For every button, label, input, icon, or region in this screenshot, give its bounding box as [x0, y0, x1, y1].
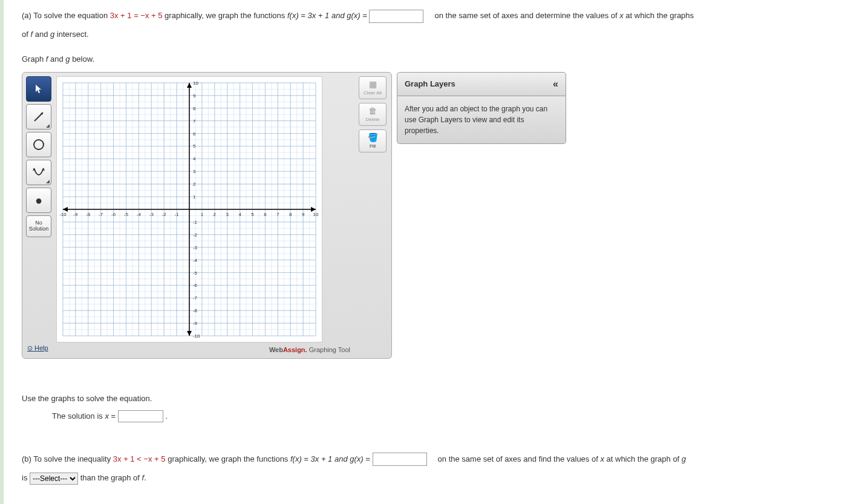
- expand-icon: [46, 124, 50, 128]
- svg-text:-9: -9: [73, 212, 78, 217]
- svg-text:4: 4: [238, 212, 241, 217]
- svg-text:2: 2: [214, 212, 217, 217]
- graph-canvas[interactable]: -10-9-8-7-6-5-4-3-2-112345678910-10-9-8-…: [56, 76, 322, 342]
- point-tool[interactable]: ●: [26, 188, 51, 213]
- svg-text:7: 7: [276, 212, 279, 217]
- help-link[interactable]: Help: [26, 342, 53, 355]
- svg-text:6: 6: [193, 131, 196, 136]
- gx-input-b[interactable]: [373, 453, 427, 466]
- gx-input-a[interactable]: [369, 10, 423, 23]
- collapse-layers-button[interactable]: «: [553, 79, 558, 90]
- fill-button[interactable]: 🪣 Fill: [359, 129, 387, 152]
- svg-text:8: 8: [193, 105, 196, 111]
- expand-icon: [46, 180, 50, 183]
- svg-text:-8: -8: [193, 308, 198, 313]
- svg-text:8: 8: [289, 212, 292, 217]
- svg-text:-10: -10: [193, 333, 200, 339]
- clear-all-button[interactable]: ▦ Clear All: [359, 76, 387, 99]
- solve-eq-line1: Use the graphs to solve the equation.: [22, 394, 856, 403]
- delete-button[interactable]: 🗑 Delete: [359, 103, 387, 126]
- svg-text:-5: -5: [124, 212, 129, 217]
- svg-marker-134: [187, 331, 192, 336]
- svg-text:-5: -5: [193, 270, 198, 275]
- svg-text:10: 10: [193, 80, 198, 86]
- svg-marker-132: [63, 207, 68, 212]
- svg-text:-2: -2: [162, 212, 167, 217]
- svg-text:9: 9: [302, 212, 305, 217]
- graph-footer: WebAssign. Graphing Tool: [56, 342, 355, 355]
- side-buttons: ▦ Clear All 🗑 Delete 🪣 Fill: [359, 76, 388, 355]
- svg-text:-6: -6: [193, 283, 198, 288]
- svg-text:3: 3: [193, 169, 196, 174]
- svg-text:-4: -4: [137, 212, 142, 217]
- circle-tool[interactable]: [26, 132, 51, 157]
- svg-text:-1: -1: [193, 219, 198, 224]
- svg-text:1: 1: [201, 212, 204, 217]
- svg-text:-2: -2: [193, 232, 198, 237]
- svg-text:-6: -6: [111, 212, 116, 217]
- svg-text:9: 9: [193, 93, 196, 98]
- svg-text:-9: -9: [193, 321, 198, 326]
- svg-text:-3: -3: [149, 212, 154, 217]
- svg-point-2: [34, 140, 44, 149]
- relation-select[interactable]: ---Select---: [30, 473, 78, 485]
- svg-text:-10: -10: [59, 212, 67, 217]
- svg-text:2: 2: [193, 182, 196, 187]
- part-a-line1: (a) To solve the equation 3x + 1 = −x + …: [22, 6, 856, 25]
- svg-text:6: 6: [264, 212, 267, 217]
- svg-text:-8: -8: [86, 212, 91, 217]
- svg-text:7: 7: [193, 118, 196, 123]
- trash-icon: 🗑: [368, 106, 377, 116]
- svg-text:-7: -7: [99, 212, 103, 217]
- equation-a: 3x + 1 = −x + 5: [110, 11, 163, 20]
- parabola-tool[interactable]: [26, 160, 51, 185]
- svg-text:-4: -4: [193, 257, 198, 263]
- svg-text:3: 3: [226, 212, 229, 217]
- graph-layers-panel: Graph Layers « After you add an object t…: [397, 72, 566, 144]
- pointer-tool[interactable]: [26, 76, 51, 102]
- graph-area: ● No Solution Help -10-9-8-7-6-5-4-3-2-1…: [22, 72, 856, 359]
- fill-icon: 🪣: [368, 133, 378, 142]
- svg-text:-3: -3: [193, 244, 198, 250]
- svg-text:10: 10: [313, 212, 319, 217]
- graph-widget: ● No Solution Help -10-9-8-7-6-5-4-3-2-1…: [22, 72, 392, 359]
- svg-text:5: 5: [193, 143, 196, 149]
- svg-marker-131: [311, 207, 316, 212]
- svg-text:5: 5: [251, 212, 254, 217]
- tool-toolbar: ● No Solution Help: [26, 76, 53, 355]
- svg-text:1: 1: [193, 194, 196, 200]
- inequality-b: 3x + 1 < −x + 5: [113, 454, 166, 463]
- svg-text:4: 4: [193, 156, 196, 162]
- svg-text:-1: -1: [175, 212, 180, 217]
- svg-marker-133: [187, 83, 192, 88]
- layers-body: After you add an object to the graph you…: [397, 96, 566, 144]
- svg-text:-7: -7: [193, 295, 198, 301]
- no-solution-tool[interactable]: No Solution: [26, 215, 51, 237]
- solution-x-input[interactable]: [118, 410, 163, 422]
- line-tool[interactable]: [26, 104, 51, 129]
- part-b-line1: (b) To solve the inequality 3x + 1 < −x …: [22, 450, 856, 468]
- layers-title: Graph Layers: [405, 79, 455, 88]
- grid-icon: ▦: [369, 79, 377, 89]
